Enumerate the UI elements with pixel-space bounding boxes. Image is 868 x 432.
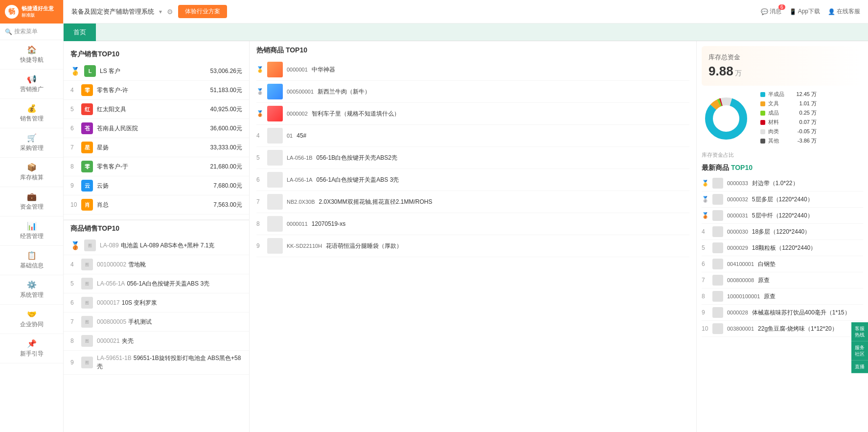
- inventory-sub-title: 库存资金占比: [702, 151, 863, 159]
- legend-label: 肉类: [768, 128, 784, 135]
- product-rank: 6: [70, 299, 77, 306]
- hot-code: KK-SD22110H: [287, 243, 322, 249]
- float-btn-community[interactable]: 服务社区: [851, 341, 868, 360]
- online-service-btn[interactable]: 👤 在线客服: [828, 7, 860, 16]
- customer-list: 🥇 L LS 客户 53,006.26元 4 零 零售客户-许 51,183.0…: [64, 62, 249, 215]
- product-rank: 7: [70, 318, 77, 325]
- tab-home[interactable]: 首页: [64, 24, 96, 41]
- product-img: 图: [81, 297, 93, 309]
- new-rank: 7: [702, 277, 708, 284]
- trial-button[interactable]: 体验行业方案: [178, 5, 227, 18]
- search-icon: 🔍: [5, 28, 12, 35]
- hot-name: 智利车子里（规格不知道填什么）: [312, 110, 400, 118]
- app-download-label: App下载: [798, 7, 820, 16]
- sidebar-item-label: 资金管理: [20, 203, 44, 211]
- system-dropdown[interactable]: ▾: [159, 8, 162, 15]
- legend-value: 0.25 万: [787, 109, 817, 117]
- hot-rank: 6: [256, 176, 263, 183]
- hot-code: 0000001: [287, 67, 308, 72]
- hot-product-img: [267, 62, 283, 77]
- sidebar-version: 标准版: [22, 12, 54, 19]
- legend-item: 文具 1.01 万: [760, 100, 817, 107]
- left-panel: 客户销售TOP10 🥇 L LS 客户 53,006.26元 4 零 零售客户-…: [64, 41, 250, 432]
- new-name: 白钢垫: [758, 260, 776, 268]
- customer-amount: 36,600.00元: [210, 124, 242, 133]
- sidebar-item-operations[interactable]: 📊 经营管理: [0, 216, 63, 246]
- new-name: 原查: [758, 276, 770, 285]
- hot-product-img: [267, 216, 283, 232]
- customer-avatar: 零: [81, 161, 93, 172]
- rank-medal: 🥈: [256, 88, 263, 95]
- product-name: 000800005手机测试: [97, 318, 242, 326]
- purchase-icon: 🛒: [27, 133, 37, 143]
- sidebar-item-guide[interactable]: 📌 新手引导: [0, 334, 63, 363]
- new-rank: 5: [702, 244, 708, 251]
- hot-name: 056-1B白色按键开关壳ABS2壳: [317, 154, 397, 162]
- message-btn[interactable]: 💬 消息 6: [761, 7, 781, 16]
- sidebar-item-system[interactable]: ⚙️ 系统管理: [0, 275, 63, 305]
- sidebar-search-area[interactable]: 🔍 搜索菜单: [0, 24, 63, 40]
- sidebar-item-collab[interactable]: 🤝 企业协同: [0, 305, 63, 334]
- customer-amount: 7,563.00元: [213, 201, 242, 209]
- new-name: 5层中纤（1220*2440）: [752, 212, 813, 220]
- hot-rank: 8: [256, 220, 263, 227]
- inventory-amount: 9.88 万: [708, 64, 856, 79]
- sidebar-item-label: 企业协同: [20, 320, 44, 329]
- legend-label: 材料: [768, 119, 784, 126]
- sidebar-item-sales[interactable]: 💰 销售管理: [0, 99, 63, 128]
- sidebar-item-label: 销售管理: [20, 115, 44, 123]
- hot-product-row: 5 LA-056-1B 056-1B白色按键开关壳ABS2壳: [256, 147, 689, 169]
- product-row: 8 图 0000021夹壳: [64, 332, 249, 351]
- product-rank: 5: [70, 280, 77, 287]
- inventory-title: 库存总资金: [708, 53, 856, 62]
- legend-item: 材料 0.07 万: [760, 119, 817, 126]
- hot-rank: 7: [256, 198, 263, 205]
- legend-label: 文具: [768, 100, 784, 107]
- sidebar-logo: 畅 畅捷通好生意 标准版: [0, 0, 63, 24]
- new-products-title: 最新商品 TOP10: [702, 164, 863, 172]
- float-buttons: 客服热线 服务社区 直播: [851, 322, 868, 373]
- gear-icon[interactable]: ⚙: [167, 8, 173, 16]
- new-products-section: 最新商品 TOP10 🥇 0000033 封边带（1.0*22） 🥈 00000…: [702, 164, 863, 337]
- service-icon: 👤: [828, 8, 835, 15]
- float-btn-hotline[interactable]: 客服热线: [851, 322, 868, 341]
- float-btn-live[interactable]: 直播: [851, 360, 868, 373]
- new-product-row: 5 0000029 18颗粒板（1220*2440）: [702, 240, 863, 256]
- new-code: 0000030: [727, 229, 748, 235]
- customer-name: 苍南县人民医院: [97, 124, 206, 133]
- hot-code: NB2.0X30B: [287, 199, 315, 205]
- hot-product-row: 9 KK-SD22110H 花语萌恒温分腿睡袋（厚款）: [256, 235, 689, 257]
- new-rank: 6: [702, 261, 708, 267]
- product-img: 图: [81, 357, 93, 368]
- hot-product-img: [267, 84, 283, 99]
- sidebar-item-home[interactable]: 🏠 快捷导航: [0, 40, 63, 70]
- product-img: 图: [81, 335, 93, 347]
- legend-label: 其他: [768, 137, 784, 144]
- hot-code: LA-056-1B: [287, 155, 313, 161]
- new-name: 18颗粒板（1220*2440）: [752, 244, 816, 252]
- sidebar-item-basics[interactable]: 📋 基础信息: [0, 246, 63, 275]
- product-rank: 8: [70, 337, 77, 344]
- legend-item: 其他 -3.86 万: [760, 137, 817, 144]
- app-download-btn[interactable]: 📱 App下载: [789, 7, 820, 16]
- sidebar-app-name: 畅捷通好生意: [22, 5, 54, 12]
- sidebar-item-purchase[interactable]: 🛒 采购管理: [0, 128, 63, 158]
- sidebar-item-inventory[interactable]: 📦 库存核算: [0, 158, 63, 187]
- guide-icon: 📌: [27, 339, 37, 348]
- sidebar-item-marketing[interactable]: 📢 营销推广: [0, 70, 63, 99]
- chevron-down-icon: ▾: [159, 8, 162, 15]
- customer-row: 7 星 星扬 33,333.00元: [64, 138, 249, 157]
- legend-label: 成品: [768, 109, 784, 117]
- legend-value: -0.05 万: [787, 128, 817, 135]
- hot-product-row: 8 0000011 12070519-xs: [256, 213, 689, 235]
- hot-product-img: [267, 128, 283, 144]
- sidebar-item-label: 系统管理: [20, 291, 44, 299]
- sidebar-item-finance[interactable]: 💼 资金管理: [0, 187, 63, 216]
- hot-rank: 5: [256, 154, 263, 161]
- product-rank: 4: [70, 261, 77, 268]
- main-area: 装备及固定资产辅助管理系统 ▾ ⚙ 体验行业方案 💬 消息 6 📱 App下载 …: [64, 0, 868, 432]
- right-panel: 库存总资金 9.88 万: [697, 41, 868, 432]
- customer-avatar: L: [84, 65, 96, 77]
- hot-name: 新西兰牛肉（新牛）: [318, 88, 370, 96]
- rank-medal: 🥈: [702, 196, 708, 203]
